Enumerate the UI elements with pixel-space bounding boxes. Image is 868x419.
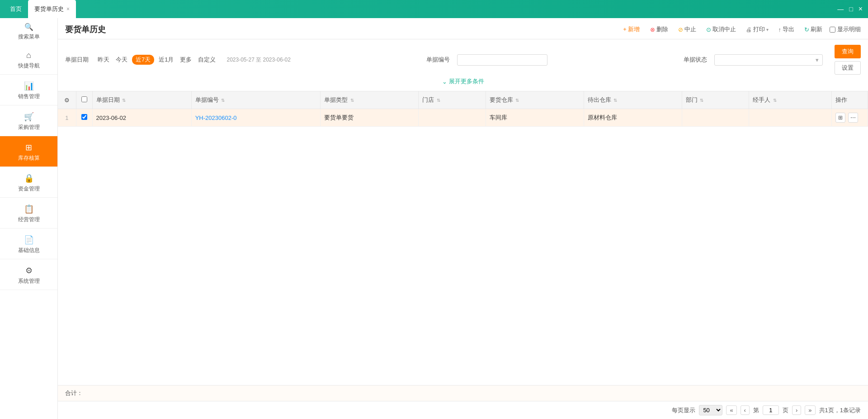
new-button[interactable]: + 新增 — [620, 24, 642, 35]
main-layout: 🔍 搜索菜单 ⌂ 快捷导航 📊 销售管理 🛒 采购管理 ⊞ 库存核算 🔒 资金管… — [0, 18, 868, 419]
cell-action: ⊞ ⋯ — [832, 109, 868, 127]
shortcut-more[interactable]: 更多 — [178, 55, 193, 65]
table-header-row: ⚙ 单据日期 ⇅ 单据编号 ⇅ 单据类型 — [58, 91, 868, 109]
purchase-mgmt-icon: 🛒 — [24, 112, 34, 122]
stop-label: 中止 — [684, 25, 696, 33]
col-pending-warehouse[interactable]: 待出仓库 ⇅ — [584, 91, 682, 109]
col-doc-type-label: 单据类型 — [324, 96, 348, 103]
page-suffix: 页 — [783, 406, 788, 414]
refresh-button[interactable]: ↻ 刷新 — [802, 24, 825, 35]
row-checkbox[interactable] — [81, 114, 87, 120]
export-button[interactable]: ↑ 导出 — [776, 24, 797, 35]
shortcut-custom[interactable]: 自定义 — [196, 55, 217, 65]
quick-nav-icon: ⌂ — [26, 51, 31, 60]
col-checkbox[interactable] — [76, 91, 92, 109]
tab-requisition-history[interactable]: 要货单历史 × — [28, 0, 76, 18]
print-icon: 🖨 — [746, 26, 752, 33]
action-more-btn[interactable]: ⋯ — [848, 113, 858, 123]
doc-no-label: 单据编号 — [426, 56, 450, 64]
col-doc-no[interactable]: 单据编号 ⇅ — [191, 91, 321, 109]
display-detail-label: 显示明细 — [837, 25, 861, 33]
display-detail-toggle[interactable]: 显示明细 — [830, 25, 861, 33]
sidebar-item-operations-mgmt[interactable]: 📋 经营管理 — [0, 198, 57, 229]
next-page-btn[interactable]: › — [792, 405, 801, 415]
sidebar-item-sales-mgmt[interactable]: 📊 销售管理 — [0, 75, 57, 105]
minimize-icon[interactable]: — — [837, 5, 844, 13]
expand-label: 展开更多条件 — [449, 77, 484, 86]
tab-close-icon[interactable]: × — [66, 6, 70, 12]
total-label: 共1页，1条记录 — [819, 406, 861, 414]
col-action: 操作 — [832, 91, 868, 109]
query-button[interactable]: 查询 — [835, 45, 861, 58]
sidebar-item-inventory-calc-label: 库存核算 — [18, 154, 40, 162]
date-shortcuts: 昨天 今天 近7天 近1月 更多 自定义 — [96, 55, 217, 65]
cell-pending-warehouse: 原材料仓库 — [584, 109, 682, 127]
col-department-label: 部门 — [686, 96, 698, 103]
basic-info-icon: 📄 — [24, 235, 34, 245]
cell-doc-no[interactable]: YH-20230602-0 — [191, 109, 321, 127]
doc-no-link[interactable]: YH-20230602-0 — [195, 114, 237, 121]
maximize-icon[interactable]: □ — [849, 5, 853, 13]
per-page-select[interactable]: 20 50 100 200 — [699, 405, 722, 415]
delete-button[interactable]: ⊗ 删除 — [647, 24, 671, 35]
print-label: 打印 — [753, 25, 765, 33]
shortcut-7days[interactable]: 近7天 — [132, 55, 154, 65]
last-page-btn[interactable]: » — [805, 405, 815, 415]
date-range-text: 2023-05-27 至 2023-06-02 — [226, 56, 290, 64]
export-icon: ↑ — [778, 26, 782, 33]
tab-home[interactable]: 首页 — [4, 0, 28, 18]
col-store[interactable]: 门店 ⇅ — [419, 91, 486, 109]
col-department-sort-icon: ⇅ — [700, 98, 703, 103]
cancel-stop-button[interactable]: ⊙ 取消中止 — [703, 24, 739, 35]
page-prefix: 第 — [753, 406, 759, 414]
sidebar-search[interactable]: 🔍 搜索菜单 — [0, 18, 57, 44]
first-page-btn[interactable]: « — [726, 405, 736, 415]
window-close-icon[interactable]: × — [859, 5, 863, 13]
col-doc-no-sort-icon: ⇅ — [221, 98, 225, 103]
cell-store — [419, 109, 486, 127]
sidebar-item-inventory-calc[interactable]: ⊞ 库存核算 — [0, 136, 57, 167]
tab-home-label: 首页 — [10, 5, 22, 13]
sidebar-item-system-mgmt[interactable]: ⚙ 系统管理 — [0, 259, 57, 290]
stop-button[interactable]: ⊘ 中止 — [675, 24, 699, 35]
shortcut-today[interactable]: 今天 — [114, 55, 129, 65]
select-all-checkbox[interactable] — [81, 96, 87, 102]
col-req-warehouse-sort-icon: ⇅ — [515, 98, 519, 103]
action-view-btn[interactable]: ⊞ — [835, 113, 845, 123]
filter-row-1: 单据日期 昨天 今天 近7天 近1月 更多 自定义 2023-05-27 至 2… — [65, 45, 861, 75]
cell-checkbox[interactable] — [76, 109, 92, 127]
summary-label: 合计： — [65, 390, 83, 396]
col-date[interactable]: 单据日期 ⇅ — [92, 91, 191, 109]
search-icon: 🔍 — [24, 23, 33, 31]
expand-conditions-btn[interactable]: ⌄ 展开更多条件 — [442, 77, 484, 86]
shortcut-1month[interactable]: 近1月 — [157, 55, 175, 65]
col-settings[interactable]: ⚙ — [58, 91, 76, 109]
table-wrap: ⚙ 单据日期 ⇅ 单据编号 ⇅ 单据类型 — [58, 91, 868, 385]
col-handler-sort-icon: ⇅ — [773, 98, 777, 103]
settings-button[interactable]: 设置 — [835, 61, 861, 75]
col-date-label: 单据日期 — [96, 96, 120, 103]
col-handler[interactable]: 经手人 ⇅ — [749, 91, 832, 109]
cell-handler — [749, 109, 832, 127]
col-req-warehouse[interactable]: 要货仓库 ⇅ — [486, 91, 584, 109]
doc-no-input[interactable] — [457, 54, 547, 66]
print-button[interactable]: 🖨 打印 ▾ — [743, 24, 771, 35]
display-detail-checkbox[interactable] — [830, 27, 835, 33]
status-label: 单据状态 — [684, 56, 707, 64]
sidebar: 🔍 搜索菜单 ⌂ 快捷导航 📊 销售管理 🛒 采购管理 ⊞ 库存核算 🔒 资金管… — [0, 18, 58, 419]
table-row: 1 2023-06-02 YH-20230602-0 要货单要货 车间库 原材料… — [58, 109, 868, 127]
sidebar-item-purchase-mgmt[interactable]: 🛒 采购管理 — [0, 105, 57, 136]
col-doc-type-sort-icon: ⇅ — [350, 98, 354, 103]
sidebar-item-basic-info[interactable]: 📄 基础信息 — [0, 229, 57, 259]
sidebar-item-finance-mgmt[interactable]: 🔒 资金管理 — [0, 167, 57, 198]
sidebar-item-system-mgmt-label: 系统管理 — [18, 277, 40, 285]
col-department[interactable]: 部门 ⇅ — [682, 91, 749, 109]
page-number-input[interactable] — [763, 405, 779, 415]
status-select[interactable]: ▾ — [714, 54, 823, 66]
col-req-warehouse-label: 要货仓库 — [490, 96, 513, 103]
shortcut-yesterday[interactable]: 昨天 — [96, 55, 111, 65]
col-doc-type[interactable]: 单据类型 ⇅ — [321, 91, 419, 109]
sidebar-item-quick-nav[interactable]: ⌂ 快捷导航 — [0, 44, 57, 75]
prev-page-btn[interactable]: ‹ — [741, 405, 750, 415]
col-action-label: 操作 — [835, 96, 847, 103]
